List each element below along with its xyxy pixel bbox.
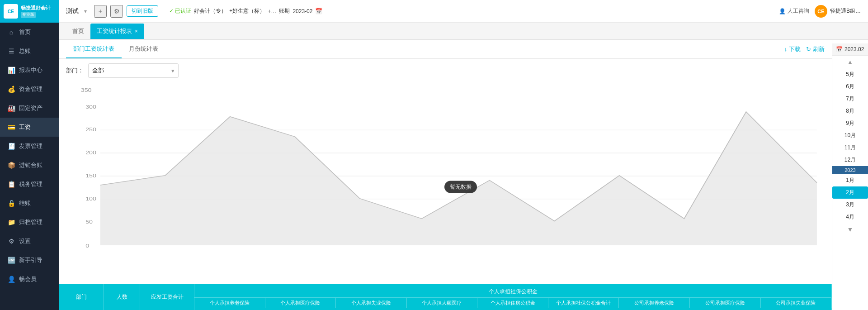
sidebar-item-guide[interactable]: 🆕 新手引导	[0, 251, 59, 270]
sidebar-item-funds[interactable]: 💰 资金管理	[0, 80, 59, 99]
logo-icon: CE	[4, 4, 18, 19]
sidebar-item-salary[interactable]: 💳 工资	[0, 118, 59, 137]
panel-month-apr[interactable]: 4月	[832, 211, 868, 223]
dropdown-arrow-icon[interactable]: ▾	[84, 8, 87, 14]
svg-marker-15	[100, 112, 817, 245]
good-account-status: 好会计（专）	[194, 7, 226, 15]
salary-icon: 💳	[7, 124, 15, 131]
calendar-icon[interactable]: 📅	[315, 8, 322, 14]
user-menu[interactable]: CE 轻捷通B组…	[815, 5, 861, 18]
sidebar-item-reports[interactable]: 📊 报表中心	[0, 61, 59, 80]
sidebar-item-invoices[interactable]: 🧾 发票管理	[0, 137, 59, 156]
panel-down-btn[interactable]: ▼	[832, 223, 868, 236]
panel-month-jan[interactable]: 1月	[832, 174, 868, 186]
tab-home[interactable]: 首页	[66, 24, 90, 39]
sidebar-item-label: 进销台账	[19, 161, 42, 169]
sidebar-item-member[interactable]: 👤 畅会员	[0, 270, 59, 289]
switch-btn[interactable]: 切到旧版	[127, 5, 158, 17]
department-select[interactable]: 全部 ▾	[88, 63, 179, 78]
panel-up-btn[interactable]: ▲	[832, 56, 868, 68]
salary-chart: 0 50 100 150 200 250 300 350	[68, 87, 823, 250]
logo-badge: 专业版	[21, 11, 51, 18]
panel-year-2023: 2023	[832, 166, 868, 174]
settings-icon: ⚙	[7, 238, 15, 245]
closing-icon: 🔒	[7, 200, 15, 207]
refresh-btn[interactable]: ↻ 刷新	[806, 45, 825, 53]
period-value: 2023-02	[292, 8, 312, 14]
logo-text: 畅捷通好会计 专业版	[21, 5, 51, 18]
sidebar-item-ledger[interactable]: ☰ 总账	[0, 42, 59, 61]
th-company-unemployment: 公司承担失业保险	[761, 298, 832, 308]
assets-icon: 🏭	[7, 105, 15, 112]
sidebar-item-assets[interactable]: 🏭 固定资产	[0, 99, 59, 118]
add-button[interactable]: ＋	[94, 5, 107, 18]
chart-area: 0 50 100 150 200 250 300 350	[59, 82, 832, 284]
app-logo: CE 畅捷通好会计 专业版	[0, 0, 59, 23]
sidebar-item-label: 报表中心	[19, 66, 42, 74]
panel-month-mar[interactable]: 3月	[832, 199, 868, 211]
home-icon: ⌂	[7, 29, 15, 36]
panel-month-oct[interactable]: 10月	[832, 129, 868, 142]
help-btn[interactable]: 👤 人工咨询	[779, 7, 809, 15]
sidebar-item-label: 税务管理	[19, 180, 42, 188]
th-dept: 部门	[59, 284, 104, 310]
th-group-children: 个人承担养老保险 个人承担医疗保险 个人承担失业保险 个人承担大额医疗	[194, 298, 831, 308]
subtab-dept[interactable]: 部门工资统计表	[66, 40, 122, 58]
business-status: +好生意（标）	[229, 7, 265, 15]
panel-month-feb[interactable]: 2月	[832, 186, 868, 199]
reports-icon: 📊	[7, 67, 15, 74]
svg-text:300: 300	[85, 104, 96, 110]
panel-month-nov[interactable]: 11月	[832, 142, 868, 154]
funds-icon: 💰	[7, 86, 15, 93]
panel-month-jun[interactable]: 6月	[832, 81, 868, 93]
archive-icon: 📁	[7, 219, 15, 226]
period-label: 账期	[279, 7, 290, 15]
svg-text:200: 200	[85, 150, 96, 156]
download-icon: ↓	[784, 46, 788, 52]
sidebar-item-label: 资金管理	[19, 85, 42, 93]
help-icon: 👤	[779, 8, 786, 14]
content-main: 部门工资统计表 月份统计表 ↓ 下载 ↻ 刷新	[59, 40, 832, 310]
sidebar-item-home[interactable]: ⌂ 首页	[0, 23, 59, 42]
panel-month-may[interactable]: 5月	[832, 68, 868, 81]
svg-text:0: 0	[85, 243, 89, 248]
panel-month-sep[interactable]: 9月	[832, 117, 868, 129]
select-arrow-icon: ▾	[171, 67, 175, 74]
topbar-status: ✓ 已认证 好会计（专） +好生意（标） +… 账期 2023-02 📅	[169, 7, 322, 15]
download-btn[interactable]: ↓ 下载	[784, 45, 801, 53]
tab-salary-report[interactable]: 工资统计报表 ×	[90, 24, 144, 39]
th-company-pension: 公司承担养老保险	[619, 298, 690, 308]
more-status: +…	[268, 8, 276, 14]
panel-month-dec[interactable]: 12月	[832, 154, 868, 166]
th-company-medical: 公司承担医疗保险	[690, 298, 761, 308]
subtab-monthly[interactable]: 月份统计表	[122, 40, 165, 58]
svg-text:100: 100	[85, 196, 96, 201]
sidebar-item-label: 总账	[19, 47, 31, 55]
sidebar-item-label: 工资	[19, 123, 31, 131]
right-panel: 📅 2023.02 ▲ 5月 6月 7月 8月 9月 10月 11月 12月 2…	[832, 40, 868, 310]
sidebar: CE 畅捷通好会计 专业版 ⌂ 首页 ☰ 总账 📊 报表中心 💰 资金管理 🏭 …	[0, 0, 59, 310]
th-group-title: 个人承担社保公积金	[194, 286, 831, 298]
panel-month-aug[interactable]: 8月	[832, 105, 868, 117]
panel-month-jul[interactable]: 7月	[832, 93, 868, 105]
panel-date: 📅 2023.02	[832, 43, 868, 56]
sales-icon: 📦	[7, 162, 15, 169]
th-personal-social-group: 个人承担社保公积金 个人承担养老保险 个人承担医疗保险 个人承担失业保险	[194, 284, 832, 310]
th-total-salary: 应发工资合计	[140, 284, 194, 310]
sidebar-item-label: 首页	[19, 28, 31, 36]
sidebar-item-tax[interactable]: 📋 税务管理	[0, 175, 59, 194]
svg-text:250: 250	[85, 127, 96, 133]
sidebar-item-archive[interactable]: 📁 归档管理	[0, 213, 59, 232]
sidebar-item-settings[interactable]: ⚙ 设置	[0, 232, 59, 251]
sidebar-item-closing[interactable]: 🔒 结账	[0, 194, 59, 213]
avatar: CE	[815, 5, 827, 18]
settings-button[interactable]: ⚙	[110, 5, 123, 18]
tab-close-icon[interactable]: ×	[135, 28, 138, 34]
main-area: 测试 ▾ ＋ ⚙ 切到旧版 ✓ 已认证 好会计（专） +好生意（标） +… 账期…	[59, 0, 868, 310]
sidebar-item-sales[interactable]: 📦 进销台账	[0, 156, 59, 175]
filterbar: 部门： 全部 ▾	[59, 59, 832, 82]
sidebar-item-label: 畅会员	[19, 275, 37, 283]
th-personal-total: 个人承担社保公积金合计	[548, 298, 619, 308]
topbar: 测试 ▾ ＋ ⚙ 切到旧版 ✓ 已认证 好会计（专） +好生意（标） +… 账期…	[59, 0, 868, 23]
table-header-area: 部门 人数 应发工资合计 个人承担社保公积金	[59, 284, 832, 310]
